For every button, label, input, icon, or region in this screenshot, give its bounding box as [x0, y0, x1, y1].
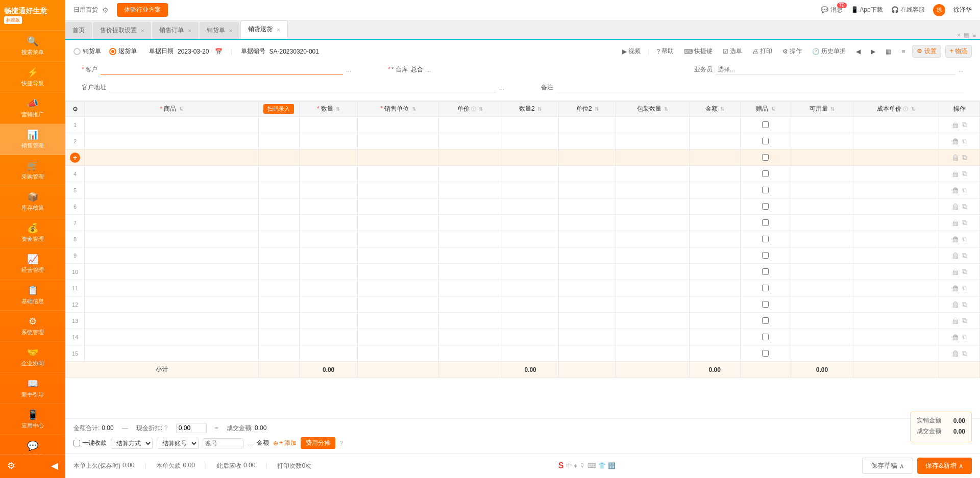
qty2-cell-13[interactable] — [502, 313, 559, 329]
qty2-cell-5[interactable] — [502, 182, 559, 198]
product-cell-3[interactable] — [85, 149, 259, 166]
product-input-4[interactable] — [89, 170, 254, 178]
unit-cell-6[interactable] — [358, 198, 438, 215]
available-cell-2[interactable] — [791, 133, 853, 149]
toolbar-grid2[interactable]: ≡ — [898, 47, 908, 56]
toolbar-next[interactable]: ▶ — [868, 47, 878, 56]
price-cell-8[interactable] — [438, 231, 502, 247]
product-input-6[interactable] — [89, 203, 254, 210]
unit-cell-4[interactable] — [358, 166, 438, 182]
amount-cell-7[interactable] — [689, 215, 740, 231]
price-cell-9[interactable] — [438, 247, 502, 264]
copy-icon-8[interactable]: ⧉ — [962, 235, 967, 243]
add-logistics-btn[interactable]: + 物流 — [945, 45, 972, 58]
gift-checkbox-6[interactable] — [762, 203, 769, 210]
product-input-12[interactable] — [89, 300, 254, 308]
cost-cell-15[interactable] — [853, 345, 939, 362]
available-cell-11[interactable] — [791, 280, 853, 296]
tab-sales-delivery[interactable]: 销货单× — [200, 22, 239, 39]
unit2-cell-10[interactable] — [559, 264, 616, 280]
unit2-cell-8[interactable] — [559, 231, 616, 247]
tab-sales-order[interactable]: 销售订单× — [152, 22, 198, 39]
cost-cell-14[interactable] — [853, 329, 939, 345]
sort-unit[interactable]: ⇅ — [412, 106, 416, 112]
gift-checkbox-8[interactable] — [762, 236, 769, 242]
settings-right-btn[interactable]: ⚙ 设置 — [912, 45, 941, 58]
unit2-cell-9[interactable] — [559, 247, 616, 264]
cost-cell-2[interactable] — [853, 133, 939, 149]
salesperson-input[interactable] — [716, 65, 955, 74]
toolbar-shortcut[interactable]: ⌨ 快捷键 — [681, 46, 716, 57]
delete-icon-2[interactable]: 🗑 — [952, 137, 959, 145]
sidebar-item-sales[interactable]: 📊 销售管理 — [0, 124, 65, 155]
delete-icon-9[interactable]: 🗑 — [952, 251, 959, 260]
sort-qty2[interactable]: ⇅ — [537, 106, 542, 112]
tab-close-sales-return[interactable]: × — [277, 27, 280, 33]
gift-checkbox-13[interactable] — [762, 317, 769, 324]
fee-split-btn[interactable]: 费用分摊 — [301, 437, 335, 449]
delete-icon-6[interactable]: 🗑 — [952, 203, 959, 211]
try-btn[interactable]: 体验行业方案 — [117, 3, 168, 17]
cost-info-icon[interactable]: ⓘ — [903, 106, 908, 112]
product-input-11[interactable] — [89, 284, 254, 292]
price-cell-11[interactable] — [438, 280, 502, 296]
copy-icon-2[interactable]: ⧉ — [962, 137, 967, 145]
sidebar-item-basic-info[interactable]: 📋 基础信息 — [0, 280, 65, 311]
pkg-cell-12[interactable] — [616, 296, 690, 313]
amount-cell-3[interactable] — [689, 149, 740, 166]
amount-cell-14[interactable] — [689, 329, 740, 345]
bottom-icon4[interactable]: ⌨ — [587, 462, 596, 469]
cost-cell-10[interactable] — [853, 264, 939, 280]
cost-cell-4[interactable] — [853, 166, 939, 182]
qty-cell-4[interactable] — [299, 166, 357, 182]
sidebar-item-operations[interactable]: 📈 经营管理 — [0, 248, 65, 280]
app-download[interactable]: 📱 App下载 — [851, 6, 883, 14]
bottom-icon1[interactable]: 中 — [566, 462, 572, 470]
qty2-cell-8[interactable] — [502, 231, 559, 247]
amount-cell-4[interactable] — [689, 166, 740, 182]
delete-icon-12[interactable]: 🗑 — [952, 300, 959, 309]
product-cell-6[interactable] — [85, 198, 259, 215]
qty-cell-9[interactable] — [299, 247, 357, 264]
product-input-10[interactable] — [89, 268, 254, 275]
qty-cell-11[interactable] — [299, 280, 357, 296]
unit-cell-13[interactable] — [358, 313, 438, 329]
customer-input[interactable] — [101, 65, 343, 74]
product-cell-4[interactable] — [85, 166, 259, 182]
qty2-cell-2[interactable] — [502, 133, 559, 149]
unit-cell-3[interactable] — [358, 149, 438, 166]
tab-sales-return[interactable]: 销货退货× — [240, 20, 287, 39]
available-cell-5[interactable] — [791, 182, 853, 198]
add-row-btn-3[interactable]: + — [70, 153, 80, 163]
tab-close-price-settings[interactable]: × — [141, 28, 144, 34]
pkg-cell-7[interactable] — [616, 215, 690, 231]
copy-icon-1[interactable]: ⧉ — [962, 120, 967, 129]
fee-split-help[interactable]: ? — [339, 440, 343, 447]
price-cell-14[interactable] — [438, 329, 502, 345]
cost-cell-3[interactable] — [853, 149, 939, 166]
qty-cell-12[interactable] — [299, 296, 357, 313]
unit2-cell-6[interactable] — [559, 198, 616, 215]
unit2-cell-3[interactable] — [559, 149, 616, 166]
delete-icon-8[interactable]: 🗑 — [952, 235, 959, 243]
unit-cell-7[interactable] — [358, 215, 438, 231]
sort-product[interactable]: ⇅ — [179, 106, 183, 112]
sidebar-item-enterprise[interactable]: 🤝 企业协同 — [0, 342, 65, 373]
price-cell-2[interactable] — [438, 133, 502, 149]
unit-cell-14[interactable] — [358, 329, 438, 345]
unit-cell-11[interactable] — [358, 280, 438, 296]
cost-cell-8[interactable] — [853, 231, 939, 247]
pkg-cell-3[interactable] — [616, 149, 690, 166]
payment-account-select[interactable]: 结算账号 — [157, 438, 199, 449]
copy-icon-5[interactable]: ⧉ — [962, 186, 967, 194]
amount-cell-11[interactable] — [689, 280, 740, 296]
unit-cell-9[interactable] — [358, 247, 438, 264]
pkg-cell-8[interactable] — [616, 231, 690, 247]
tab-close-sales-delivery[interactable]: × — [229, 28, 232, 34]
bottom-icon2[interactable]: ♦ — [574, 462, 577, 469]
price-cell-7[interactable] — [438, 215, 502, 231]
pkg-cell-6[interactable] — [616, 198, 690, 215]
product-input-1[interactable] — [89, 121, 254, 129]
tab-layout-icon2[interactable]: ▦ — [964, 32, 969, 39]
sort-gift[interactable]: ⇅ — [771, 106, 775, 112]
